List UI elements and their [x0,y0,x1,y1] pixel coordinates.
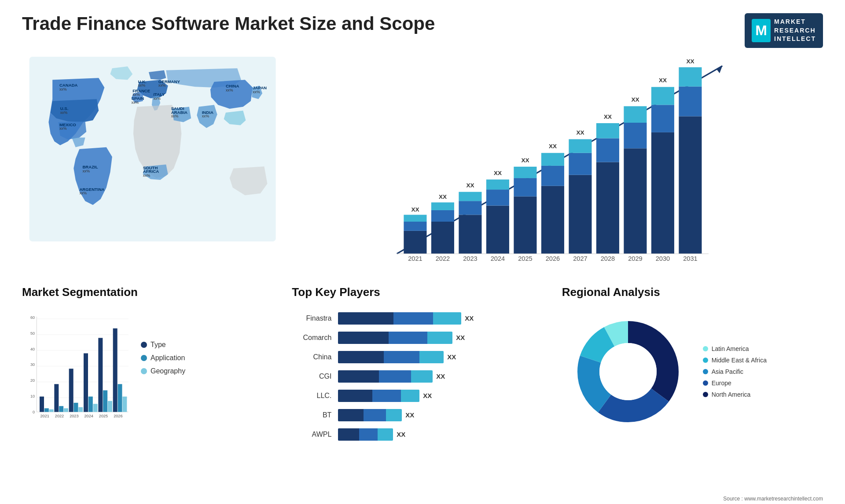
svg-rect-56 [541,166,564,186]
svg-text:0: 0 [33,410,35,414]
svg-rect-71 [651,132,674,254]
logo-line3: INTELLECT [774,35,816,44]
legend-application: Application [141,354,185,362]
bar-row-awpl: XX [338,428,474,441]
player-bars-col: XX XX [338,310,474,441]
key-players-section: Top Key Players Finastra Comarch China C… [292,285,553,504]
svg-text:XX: XX [467,182,474,189]
geography-dot [141,368,147,374]
svg-rect-60 [569,153,592,175]
svg-text:2021: 2021 [408,255,422,262]
svg-text:2023: 2023 [70,414,78,418]
svg-text:2028: 2028 [601,255,615,262]
source-text: Source : www.marketresearchintellect.com [723,496,823,502]
svg-text:30: 30 [30,362,35,367]
svg-text:2026: 2026 [114,414,122,418]
svg-text:xx%: xx% [158,83,166,88]
player-comarch: Comarch [292,332,331,344]
svg-rect-106 [40,396,44,412]
svg-text:XX: XX [687,58,694,64]
geography-label: Geography [151,367,185,375]
svg-rect-36 [404,222,427,231]
svg-rect-112 [69,369,73,412]
mea-label: Middle East & Africa [712,357,767,364]
svg-rect-35 [404,231,427,254]
bar-label-finastra: XX [465,314,474,322]
svg-rect-55 [541,186,564,254]
svg-text:2024: 2024 [491,255,505,262]
legend-mea: Middle East & Africa [703,357,767,364]
svg-rect-52 [514,178,537,197]
bar-awpl [338,428,393,441]
bar-label-comarch: XX [456,334,465,341]
svg-text:XX: XX [522,157,529,163]
svg-rect-67 [624,148,647,254]
svg-rect-120 [108,401,112,412]
svg-rect-39 [431,222,454,254]
bar-label-bt: XX [405,411,414,419]
regional-title: Regional Analysis [562,285,823,299]
svg-rect-49 [486,179,509,190]
apac-dot [703,369,708,374]
svg-rect-109 [54,384,59,412]
type-dot [141,342,147,348]
bar-chart-section: XX XX XX XX XX [292,57,823,277]
svg-text:xx%: xx% [253,90,260,94]
application-dot [141,355,147,361]
na-label: North America [712,391,751,398]
donut-svg [562,306,694,438]
bar-label-cgi: XX [436,373,445,380]
svg-rect-114 [78,407,83,412]
svg-rect-115 [84,353,88,412]
bar-row-bt: XX [338,409,474,421]
apac-label: Asia Pacific [712,368,743,375]
svg-text:2025: 2025 [518,255,533,262]
svg-text:xx%: xx% [82,168,90,173]
svg-rect-76 [679,86,702,116]
svg-rect-51 [514,196,537,253]
legend-geography: Geography [141,367,185,375]
svg-rect-53 [514,167,537,178]
svg-rect-57 [541,153,564,166]
legend-asia-pacific: Asia Pacific [703,368,767,375]
svg-text:xx%: xx% [171,114,179,118]
donut-wrapper: Latin America Middle East & Africa Asia … [562,306,823,438]
key-players-title: Top Key Players [292,285,553,299]
bar-row-china: XX [338,351,474,363]
svg-rect-119 [103,390,107,412]
header: Trade Finance Software Market Size and S… [22,13,823,48]
world-map-section: CANADA xx% U.S. xx% MEXICO xx% BRAZIL xx… [22,57,283,277]
type-label: Type [151,341,166,349]
svg-rect-72 [651,105,674,132]
svg-rect-59 [569,175,592,254]
latin-label: Latin America [712,345,749,352]
logo-line1: MARKET [774,18,816,26]
player-bt: BT [292,409,331,421]
svg-text:XX: XX [411,206,419,213]
page-title: Trade Finance Software Market Size and S… [22,13,435,34]
svg-text:50: 50 [30,331,35,336]
seg-chart-svg: 0 10 20 30 40 50 60 [22,306,132,438]
svg-text:2027: 2027 [573,255,588,262]
svg-text:20: 20 [30,378,35,383]
europe-dot [703,380,708,386]
europe-label: Europe [712,380,731,387]
segmentation-title: Market Segmentation [22,285,283,299]
svg-text:2029: 2029 [628,255,643,262]
mea-dot [703,358,708,363]
player-china: China [292,351,331,363]
svg-rect-63 [596,162,619,253]
svg-rect-41 [431,202,454,210]
svg-rect-73 [651,87,674,105]
svg-text:xx%: xx% [138,83,145,88]
svg-text:XX: XX [494,170,502,176]
logo-text: MARKET RESEARCH INTELLECT [774,18,816,44]
svg-rect-37 [404,215,427,222]
legend-type: Type [141,341,185,349]
svg-text:2022: 2022 [55,414,64,418]
bar-cgi [338,370,433,383]
svg-text:2026: 2026 [546,255,560,262]
bar-row-cgi: XX [338,370,474,383]
svg-text:XX: XX [577,129,584,136]
logo-line2: RESEARCH [774,26,816,35]
